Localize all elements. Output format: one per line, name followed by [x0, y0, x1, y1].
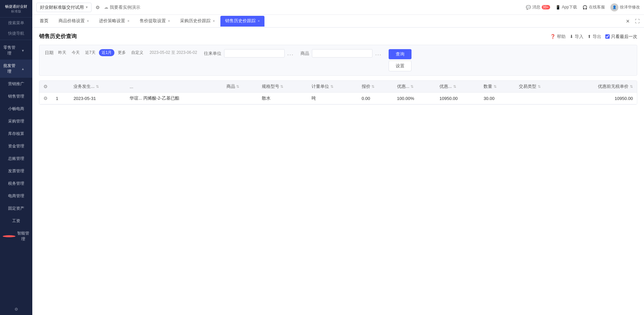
only-last-checkbox[interactable]	[605, 34, 610, 39]
sidebar-item-inventory[interactable]: 库存核算	[0, 128, 32, 140]
tab-close-icon[interactable]: ×	[168, 19, 170, 23]
from-unit-more-icon[interactable]: ...	[287, 50, 294, 57]
user-menu-button[interactable]: 👤 徐泽华修改	[610, 3, 640, 11]
sidebar-item-wholesale[interactable]: 批发管理 ▲	[0, 60, 32, 78]
th-pretax-price[interactable]: 优惠前无税单价 ⇅	[565, 81, 637, 93]
product-more-icon[interactable]: ...	[375, 50, 382, 57]
query-button[interactable]: 查询	[389, 49, 412, 59]
date-btn-1month[interactable]: 近1月	[99, 49, 115, 56]
tab-sale-history[interactable]: 销售历史价跟踪 ×	[220, 16, 264, 27]
row-settings-icon[interactable]: ⚙	[43, 96, 48, 101]
date-btn-yesterday[interactable]: 昨天	[56, 49, 68, 56]
td-trade-type	[515, 93, 565, 104]
sidebar-item-finance[interactable]: 资金管理	[0, 140, 32, 152]
sort-icon[interactable]: ⇅	[453, 84, 456, 89]
th-discount2[interactable]: 优惠... ⇅	[435, 81, 479, 93]
demo-link[interactable]: 我要看实例演示	[104, 4, 140, 10]
tab-price-settings[interactable]: 商品价格设置 ×	[54, 16, 94, 27]
sidebar-item-payroll[interactable]: 工资	[0, 215, 32, 227]
import-label: 导入	[575, 34, 583, 40]
sidebar-item-marketing[interactable]: 营销推广	[0, 78, 32, 90]
date-btn-more[interactable]: 更多	[116, 49, 128, 56]
sort-icon[interactable]: ⇅	[494, 84, 497, 89]
sidebar-item-accounting[interactable]: 总账管理	[0, 152, 32, 165]
window-maximize-button[interactable]: ⛶	[633, 17, 641, 25]
date-filter-group: 日期 昨天 今天 近7天 近1月 更多 自定义 2023-05-02 至 202…	[45, 49, 197, 56]
sidebar-item-label: 固定资产	[3, 206, 30, 211]
sort-icon[interactable]: ⇅	[630, 84, 633, 89]
sidebar-item-ecommerce[interactable]: 电商管理	[0, 190, 32, 202]
date-btn-today[interactable]: 今天	[70, 49, 82, 56]
app-download-button[interactable]: 📱 App下载	[556, 4, 577, 10]
th-discount1[interactable]: 优惠... ⇅	[393, 81, 435, 93]
notification-dot	[3, 235, 15, 237]
chevron-icon: ▲	[16, 67, 30, 71]
sidebar-bottom-settings[interactable]: ⚙	[0, 304, 32, 315]
sidebar-divider-1	[0, 40, 32, 40]
product-selector[interactable]: 好业财标准版交付试用 ▾	[36, 3, 92, 12]
action-buttons: 查询 设置	[389, 49, 412, 71]
sort-icon[interactable]: ⇅	[96, 84, 99, 89]
th-trade-type[interactable]: 交易类型 ⇅	[515, 81, 565, 93]
th-product[interactable]: 商品 ⇅	[222, 81, 258, 93]
import-link[interactable]: ⬇ 导入	[570, 34, 583, 40]
tab-close-icon[interactable]: ×	[87, 19, 89, 23]
tab-home[interactable]: 首页	[35, 16, 53, 27]
messages-button[interactable]: 💬 消息 99+	[526, 4, 550, 10]
sidebar-item-ecommerce-small[interactable]: 小畅电商	[0, 103, 32, 115]
th-discount1-label: 优惠...	[397, 84, 409, 89]
sort-icon[interactable]: ⇅	[236, 84, 239, 89]
sort-icon[interactable]: ⇅	[280, 84, 283, 89]
from-unit-filter-group: 往来单位 ...	[204, 49, 294, 58]
product-input[interactable]	[312, 49, 372, 58]
export-link[interactable]: ⬆ 导出	[587, 34, 601, 40]
th-biz-date[interactable]: 业务发生... ⇅	[69, 81, 126, 93]
sidebar-item-purchase[interactable]: 采购管理	[0, 115, 32, 128]
date-btn-7days[interactable]: 近7天	[83, 49, 98, 56]
from-unit-input[interactable]	[224, 49, 285, 58]
sort-icon[interactable]: ⇅	[410, 84, 414, 89]
sidebar-logo: 畅捷通好业财 标准版	[0, 0, 32, 18]
sidebar-quicknav[interactable]: 快捷导航	[0, 29, 32, 38]
tab-sale-extract[interactable]: 售价提取设置 ×	[135, 16, 175, 27]
table-header-row: ⚙ 业务发生... ⇅ ... 商品 ⇅	[39, 81, 637, 93]
sidebar-item-smart[interactable]: 智能管理	[0, 227, 32, 245]
th-qty[interactable]: 数量 ⇅	[479, 81, 515, 93]
only-last-label: 只看最后一次	[611, 34, 637, 40]
tab-purchase-history[interactable]: 采购历史价跟踪 ×	[175, 16, 219, 27]
data-table-container: ⚙ 业务发生... ⇅ ... 商品 ⇅	[39, 80, 637, 105]
th-unit[interactable]: 计量单位 ⇅	[308, 81, 358, 93]
filter-bar: 日期 昨天 今天 近7天 近1月 更多 自定义 2023-05-02 至 202…	[39, 45, 637, 76]
main-area: 好业财标准版交付试用 ▾ ⚙ 我要看实例演示 💬 消息 99+ 📱 App下载 …	[32, 0, 644, 315]
online-service-button[interactable]: 🎧 在线客服	[582, 4, 605, 10]
td-discount2: 10950.00	[435, 93, 479, 104]
tab-close-icon[interactable]: ×	[127, 19, 129, 23]
sidebar-search[interactable]: 搜索菜单	[0, 18, 32, 29]
th-spec[interactable]: 规格型号 ⇅	[258, 81, 308, 93]
sidebar-item-tax[interactable]: 税务管理	[0, 177, 32, 190]
topbar-settings-icon[interactable]: ⚙	[96, 5, 100, 10]
date-range-display: 2023-05-02 至 2023-06-02	[149, 50, 197, 56]
window-close-button[interactable]: ✕	[624, 17, 632, 25]
date-btn-custom[interactable]: 自定义	[129, 49, 145, 56]
sidebar-item-sales[interactable]: 销售管理	[0, 90, 32, 103]
settings-button[interactable]: 设置	[389, 61, 412, 71]
th-price[interactable]: 报价 ⇅	[358, 81, 393, 93]
tab-purchase-strategy[interactable]: 进价策略设置 ×	[94, 16, 134, 27]
th-more[interactable]: ...	[126, 81, 222, 93]
page-title-bar: 销售历史价查询 ❓ 帮助 ⬇ 导入 ⬆ 导出 只看最后一次	[39, 33, 637, 40]
help-link[interactable]: ❓ 帮助	[550, 34, 566, 40]
tab-close-icon[interactable]: ×	[258, 19, 260, 23]
only-last-checkbox-label[interactable]: 只看最后一次	[605, 34, 637, 40]
sidebar-item-assets[interactable]: 固定资产	[0, 202, 32, 215]
sort-icon[interactable]: ⇅	[538, 84, 541, 89]
sidebar-item-retail[interactable]: 零售管理 ▼	[0, 41, 32, 60]
sidebar-item-invoice[interactable]: 发票管理	[0, 165, 32, 177]
table-settings-icon[interactable]: ⚙	[43, 84, 48, 89]
tab-label: 售价提取设置	[140, 18, 166, 24]
tab-close-icon[interactable]: ×	[213, 19, 215, 23]
td-more: 华谊... 丙烯酸-2-乙基已酯	[126, 93, 222, 104]
sort-icon[interactable]: ⇅	[371, 84, 374, 89]
service-label: 在线客服	[589, 4, 605, 10]
sort-icon[interactable]: ⇅	[330, 84, 333, 89]
